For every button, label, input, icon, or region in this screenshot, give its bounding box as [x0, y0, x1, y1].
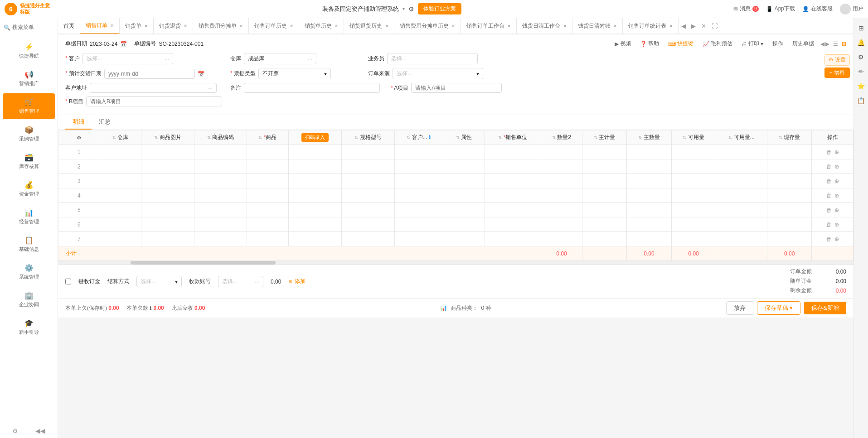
one-click-checkbox[interactable]: 一键收订金	[65, 278, 100, 285]
sidebar-item-operations[interactable]: 📊 经营管理	[3, 204, 55, 230]
list-view-icon[interactable]: ☰	[833, 41, 838, 47]
sidebar-item-system[interactable]: ⚙️ 系统管理	[3, 259, 55, 285]
print-btn[interactable]: 🖨 打印 ▾	[739, 39, 766, 48]
calendar-icon[interactable]: 📅	[120, 41, 127, 47]
settings-button[interactable]: ⚙ 设置	[824, 54, 850, 66]
warehouse-more-icon[interactable]: ···	[308, 56, 312, 62]
add-item-button[interactable]: + 物料	[824, 67, 850, 78]
customer-more-icon[interactable]: ···	[165, 56, 169, 62]
one-click-checkbox-input[interactable]	[65, 279, 71, 284]
discard-button[interactable]: 放弃	[726, 301, 753, 315]
copy-icon[interactable]: ⊕	[834, 207, 839, 213]
tab-sales-order-history[interactable]: 销售订单历史 ✕	[249, 18, 299, 34]
delete-icon[interactable]: 🗑	[826, 221, 832, 228]
tab-cash-daily-reconcile[interactable]: 钱货日清对账 ✕	[572, 18, 623, 34]
delivery-date-input[interactable]	[104, 69, 195, 79]
sidebar-item-sales[interactable]: 🛒 销售管理	[3, 93, 55, 119]
scan-button[interactable]: 扫码录入	[301, 133, 329, 142]
a-project-input[interactable]	[411, 83, 502, 93]
tab-close-icon[interactable]: ✕	[507, 24, 511, 29]
delete-icon[interactable]: 🗑	[826, 193, 832, 199]
nav-prev-icon[interactable]: ◀	[820, 41, 824, 47]
message-item[interactable]: ✉ 消息 9	[733, 5, 759, 13]
notes-input[interactable]	[244, 83, 380, 93]
customer-select[interactable]: 选择... ···	[82, 53, 173, 64]
delete-icon[interactable]: 🗑	[826, 149, 832, 155]
tab-sales-workbench[interactable]: 销售订单工作台 ✕	[461, 18, 517, 34]
sidebar-item-corp[interactable]: 🏢 企业协同	[3, 287, 55, 313]
tab-sales-return[interactable]: 销货单 ✕	[120, 18, 154, 34]
sidebar-item-purchase[interactable]: 📦 采购管理	[3, 121, 55, 147]
view-btn[interactable]: ▶ 视频	[612, 39, 634, 48]
tab-close-icon[interactable]: ✕	[144, 24, 148, 29]
b-project-input[interactable]	[86, 96, 222, 106]
right-panel-icon-2[interactable]: 🔔	[855, 36, 868, 49]
sidebar-collapse-icon[interactable]: ◀◀	[35, 427, 45, 434]
save-draft-button[interactable]: 保存草稿 ▾	[757, 301, 801, 315]
tab-sales-expense-history[interactable]: 销售费用分摊单历史 ✕	[394, 18, 461, 34]
address-select[interactable]: ···	[90, 83, 217, 93]
profit-preview-btn[interactable]: 📈 毛利预估	[700, 39, 735, 48]
receipt-account-select[interactable]: 选择... ···	[218, 276, 263, 287]
delete-icon[interactable]: 🗑	[826, 236, 832, 242]
operations-btn[interactable]: 操作	[770, 39, 786, 48]
order-source-select[interactable]: 选择... ▾	[393, 68, 483, 79]
solution-button[interactable]: 体验行业方案	[418, 3, 461, 14]
tab-more-button[interactable]: ✕	[698, 18, 709, 34]
save-new-button[interactable]: 保存&新增	[804, 302, 846, 314]
tab-close-icon[interactable]: ✕	[669, 24, 673, 29]
right-panel-icon-1[interactable]: ⊞	[855, 22, 868, 34]
sidebar-settings-icon[interactable]: ⚙	[12, 427, 18, 434]
tab-close-icon[interactable]: ✕	[563, 24, 567, 29]
copy-icon[interactable]: ⊕	[834, 193, 839, 199]
history-btn[interactable]: 历史单据	[790, 39, 817, 48]
tab-sales-summary[interactable]: 销售订单统计表 ✕	[623, 18, 679, 34]
tab-cash-daily-workbench[interactable]: 钱货日清工作台 ✕	[517, 18, 572, 34]
user-item[interactable]: 用户	[840, 4, 863, 14]
tab-close-icon[interactable]: ✕	[335, 24, 338, 29]
invoice-type-select[interactable]: 不开票 ▾	[258, 68, 331, 79]
sidebar-item-basic[interactable]: 📋 基础信息	[3, 231, 55, 257]
receipt-more-icon[interactable]: ···	[255, 279, 259, 285]
sidebar-item-guide[interactable]: 🎓 新手引导	[3, 314, 55, 340]
app-download-item[interactable]: 📱 App下载	[766, 5, 795, 13]
tab-close-icon[interactable]: ✕	[385, 24, 388, 29]
warehouse-select[interactable]: 成品库 ···	[244, 53, 316, 64]
col-settings[interactable]: ⚙	[58, 130, 100, 145]
detail-tab-detail[interactable]: 明细	[65, 115, 92, 130]
nav-next-icon[interactable]: ▶	[825, 41, 829, 47]
scroll-thumb[interactable]	[131, 261, 276, 265]
tab-expand-button[interactable]: ⛶	[709, 18, 720, 34]
grid-view-icon[interactable]: ⊞	[842, 41, 846, 47]
settings-icon[interactable]: ⚙	[408, 5, 414, 13]
online-service-item[interactable]: 👤 在线客服	[802, 5, 833, 13]
sidebar-item-quick-nav[interactable]: ⚡ 快捷导航	[3, 38, 55, 64]
right-panel-icon-5[interactable]: ⭐	[855, 80, 868, 92]
sidebar-item-finance[interactable]: 💰 资金管理	[3, 176, 55, 202]
tab-home[interactable]: 首页	[58, 18, 80, 34]
tab-close-icon[interactable]: ✕	[110, 23, 114, 28]
system-dropdown-icon[interactable]: ▾	[402, 6, 405, 11]
sidebar-item-marketing[interactable]: 📢 营销推广	[3, 66, 55, 91]
copy-icon[interactable]: ⊕	[834, 178, 839, 184]
sidebar-search[interactable]: 🔍 搜索菜单	[0, 18, 58, 37]
settlement-select[interactable]: 选择... ▾	[136, 276, 182, 287]
shortcut-btn[interactable]: ⌨ 快捷键	[665, 39, 696, 48]
copy-icon[interactable]: ⊕	[834, 221, 839, 228]
salesperson-select[interactable]: 选择...	[387, 53, 478, 64]
add-item-link[interactable]: ⊕ 添加	[288, 278, 305, 285]
right-panel-icon-3[interactable]: ⚙	[855, 51, 868, 63]
tab-close-icon[interactable]: ✕	[184, 24, 187, 29]
calendar2-icon[interactable]: 📅	[198, 71, 204, 77]
horizontal-scrollbar[interactable]	[58, 261, 853, 265]
sidebar-item-inventory[interactable]: 🗃️ 库存核算	[3, 149, 55, 174]
tab-sales-order[interactable]: 销售订单 ✕	[80, 18, 120, 34]
help-btn[interactable]: ❓ 帮助	[637, 39, 662, 48]
tab-prev-button[interactable]: ◀	[679, 18, 689, 34]
right-panel-icon-4[interactable]: ✏	[855, 65, 868, 78]
tab-sales-refund-history[interactable]: 销货退货历史 ✕	[344, 18, 394, 34]
detail-tab-summary[interactable]: 汇总	[92, 115, 118, 130]
tab-next-button[interactable]: ▶	[689, 18, 698, 34]
delete-icon[interactable]: 🗑	[826, 207, 832, 213]
delete-icon[interactable]: 🗑	[826, 178, 832, 184]
